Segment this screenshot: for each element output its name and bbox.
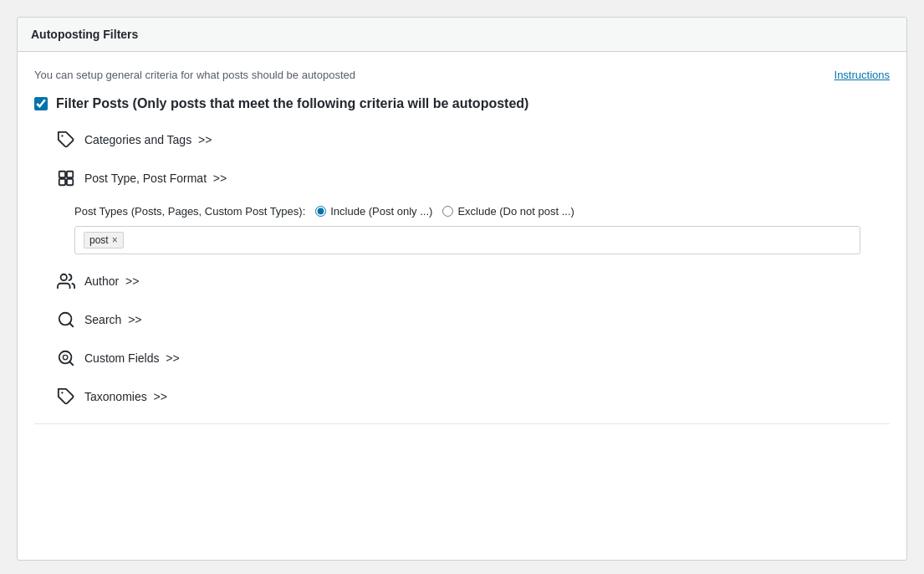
filter-checkbox-row: Filter Posts (Only posts that meet the f…: [34, 96, 890, 111]
bottom-divider: [34, 423, 890, 424]
panel-header: Autoposting Filters: [18, 18, 906, 52]
categories-tags-label: Categories and Tags: [84, 133, 198, 146]
custom-fields-label: Custom Fields: [84, 351, 166, 365]
post-types-label: Post Types (Posts, Pages, Custom Post Ty…: [74, 205, 305, 218]
autoposting-filters-panel: Autoposting Filters You can setup genera…: [17, 17, 907, 561]
post-tag-remove[interactable]: ×: [112, 235, 118, 245]
svg-point-5: [61, 274, 67, 280]
taxonomies-label: Taxonomies: [84, 390, 153, 403]
exclude-option[interactable]: Exclude (Do not post ...): [442, 205, 574, 218]
taxonomies-chevron: >>: [153, 390, 166, 403]
search-chevron: >>: [128, 313, 141, 326]
filter-label[interactable]: Filter Posts (Only posts that meet the f…: [56, 96, 528, 111]
description-text: You can setup general criteria for what …: [34, 69, 355, 81]
svg-rect-2: [67, 172, 73, 177]
post-type-row: Post Types (Posts, Pages, Custom Post Ty…: [74, 205, 890, 218]
section-item-post-type[interactable]: Post Type, Post Format >>: [54, 167, 890, 190]
post-tags-input[interactable]: post ×: [74, 226, 860, 254]
panel-body: You can setup general criteria for what …: [18, 52, 906, 441]
post-type-icon: [54, 167, 78, 190]
svg-rect-1: [59, 172, 65, 177]
section-item-search[interactable]: Search >>: [54, 308, 890, 331]
svg-rect-3: [59, 179, 65, 185]
section-item-categories-tags[interactable]: Categories and Tags >>: [54, 128, 890, 151]
search-icon: [54, 308, 78, 331]
exclude-label: Exclude (Do not post ...): [457, 205, 574, 218]
search-label: Search: [84, 313, 128, 326]
taxonomies-icon: [54, 385, 78, 408]
svg-line-7: [69, 323, 73, 326]
section-list: Categories and Tags >> Post Type, Post F…: [54, 128, 890, 408]
section-item-taxonomies[interactable]: Taxonomies >>: [54, 385, 890, 408]
svg-point-10: [63, 355, 68, 360]
exclude-radio[interactable]: [442, 206, 453, 217]
include-radio[interactable]: [315, 206, 326, 217]
post-type-chevron: >>: [213, 172, 227, 185]
post-tag-value: post: [89, 234, 109, 246]
svg-line-9: [69, 361, 73, 365]
categories-tags-chevron: >>: [198, 133, 212, 146]
include-option[interactable]: Include (Post only ...): [315, 205, 432, 218]
author-icon: [54, 269, 78, 293]
section-item-custom-fields[interactable]: Custom Fields >>: [54, 346, 890, 370]
custom-fields-chevron: >>: [166, 351, 179, 365]
tag-icon: [54, 128, 78, 151]
author-label: Author: [84, 274, 125, 288]
custom-fields-icon: [54, 346, 78, 370]
svg-rect-4: [67, 179, 73, 185]
top-row: You can setup general criteria for what …: [34, 69, 890, 81]
instructions-link[interactable]: Instructions: [835, 69, 890, 81]
post-type-label: Post Type, Post Format: [84, 172, 213, 185]
panel-title: Autoposting Filters: [31, 28, 893, 41]
include-label: Include (Post only ...): [330, 205, 432, 218]
section-item-author[interactable]: Author >>: [54, 269, 890, 293]
post-type-config-block: Post Types (Posts, Pages, Custom Post Ty…: [74, 205, 890, 254]
post-tag-badge: post ×: [84, 232, 124, 249]
filter-checkbox[interactable]: [34, 97, 48, 110]
author-chevron: >>: [125, 274, 139, 288]
